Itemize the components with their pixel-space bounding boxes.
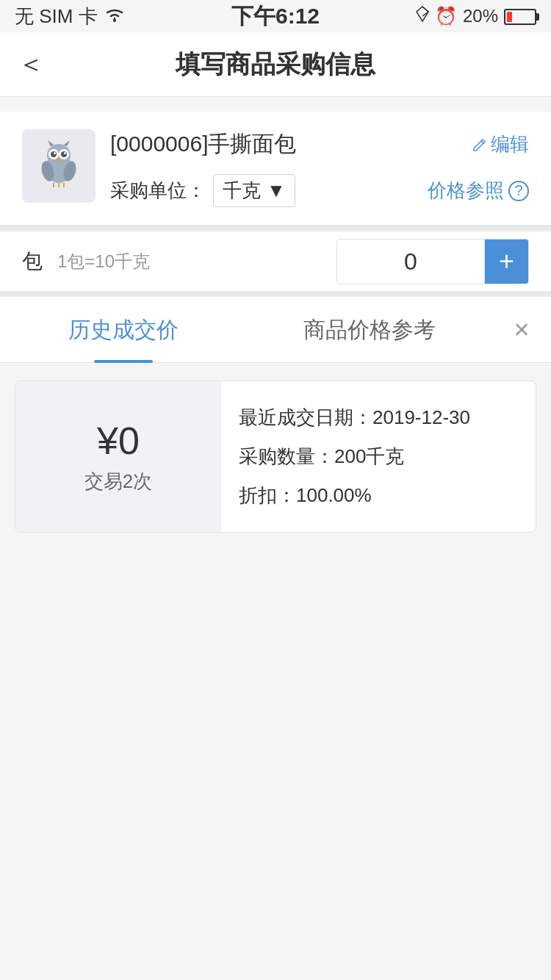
quantity-input[interactable] [337,239,484,284]
purchase-quantity-row: 采购数量：200千克 [239,442,518,471]
separator-1 [0,225,551,231]
price-left-panel: ¥0 交易2次 [15,381,221,532]
carrier-text: 无 SIM 卡 [15,4,98,29]
price-card: ¥0 交易2次 最近成交日期：2019-12-30 采购数量：200千克 折扣：… [15,381,536,533]
unit-value: 千克 [223,178,261,203]
quantity-row: 包 1包=10千克 + [0,232,551,291]
svg-point-10 [64,152,66,154]
product-logo-icon [33,137,84,195]
price-ref-link[interactable]: 价格参照 ? [428,178,529,203]
unit-chevron-icon: ▼ [267,179,286,202]
tabs-container: 历史成交价 商品价格参考 × [0,297,551,363]
svg-point-0 [113,19,116,22]
purchase-quantity-value: 200千克 [334,445,404,467]
recent-date-row: 最近成交日期：2019-12-30 [239,403,518,432]
svg-point-9 [54,152,56,154]
quantity-unit-label: 包 [22,248,43,275]
edit-button[interactable]: 编辑 [472,131,529,157]
tab-price-reference[interactable]: 商品价格参考 [246,297,492,363]
alarm-icon: ⏰ [435,6,457,26]
product-name: [0000006]手撕面包 [110,129,296,159]
price-transactions: 交易2次 [84,469,152,494]
status-time: 下午6:12 [231,1,320,32]
price-amount: ¥0 [97,419,140,463]
svg-point-8 [61,151,67,157]
status-bar: 无 SIM 卡 下午6:12 ⏰ 20% [0,0,551,32]
unit-label: 采购单位： [110,178,206,203]
svg-marker-4 [64,140,70,146]
discount-label: 折扣： [239,484,296,506]
help-icon: ? [508,181,529,201]
product-unit-row: 采购单位： 千克 ▼ 价格参照 ? [110,174,529,207]
quantity-plus-button[interactable]: + [484,239,528,284]
price-ref-label: 价格参照 [428,178,504,203]
status-left: 无 SIM 卡 [15,4,126,29]
battery-percent: 20% [463,6,498,26]
unit-select[interactable]: 千克 ▼ [213,174,295,207]
svg-marker-3 [48,140,54,146]
recent-date-value: 2019-12-30 [372,406,470,428]
svg-point-7 [51,151,57,157]
status-right: ⏰ 20% [416,6,536,26]
tab-history-price[interactable]: 历史成交价 [0,297,246,363]
page-title: 填写商品采购信息 [176,48,375,82]
price-card-container: ¥0 交易2次 最近成交日期：2019-12-30 采购数量：200千克 折扣：… [0,363,551,550]
quantity-input-group: + [336,239,529,284]
nav-bar: ＜ 填写商品采购信息 [0,32,551,97]
product-header: [0000006]手撕面包 编辑 [110,129,529,159]
product-info: [0000006]手撕面包 编辑 采购单位： 千克 ▼ 价格参照 ? [110,129,529,207]
quantity-hint: 1包=10千克 [57,250,150,273]
product-thumbnail [22,129,96,203]
recent-date-label: 最近成交日期： [239,406,372,428]
wifi-icon [104,5,126,28]
main-content [0,550,551,980]
price-right-panel: 最近成交日期：2019-12-30 采购数量：200千克 折扣：100.00% [221,381,536,532]
battery-icon [504,6,536,26]
purchase-quantity-label: 采购数量： [239,445,334,467]
discount-value: 100.00% [296,484,372,506]
discount-row: 折扣：100.00% [239,481,518,510]
location-icon [416,6,429,26]
tab-close-button[interactable]: × [492,297,551,363]
back-button[interactable]: ＜ [18,46,44,82]
product-card: [0000006]手撕面包 编辑 采购单位： 千克 ▼ 价格参照 ? [0,112,551,225]
